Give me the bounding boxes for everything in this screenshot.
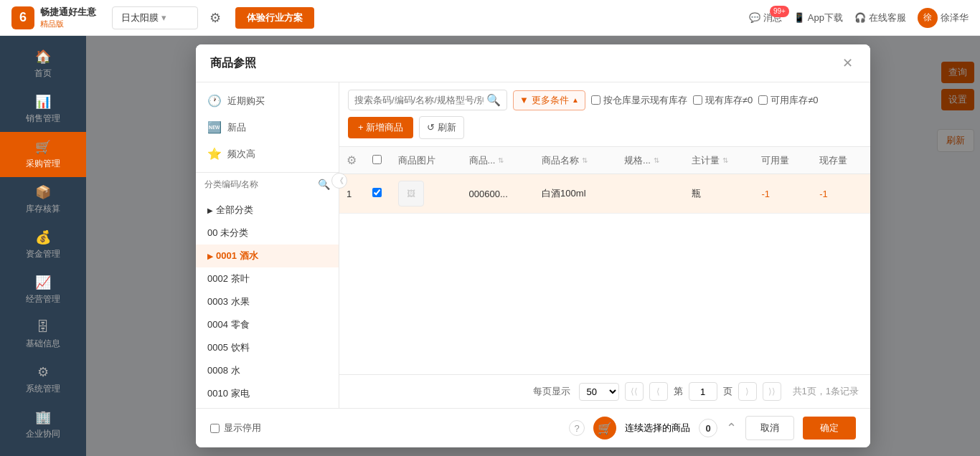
category-list: ▶ 全部分类 00 未分类 ▶ 0001 酒水 0002 茶: [196, 196, 339, 408]
product-search-wrap: 🔍: [348, 90, 507, 110]
confirm-button[interactable]: 确定: [803, 417, 856, 440]
stock-nonzero-checkbox[interactable]: [693, 95, 702, 105]
category-0010[interactable]: 0010 家电: [196, 382, 339, 405]
message-badge: 99+: [770, 6, 789, 17]
page-size-select[interactable]: 20 50 100: [579, 383, 619, 401]
tab-new[interactable]: 🆕 新品: [196, 115, 339, 140]
more-filter-button[interactable]: ▼ 更多条件 ▲: [513, 90, 585, 110]
show-disabled-checkbox[interactable]: [210, 424, 220, 433]
col-image-label: 商品图片: [398, 155, 435, 166]
panel-collapse-button[interactable]: 《: [331, 173, 347, 189]
sort-icon-name[interactable]: ⇅: [582, 156, 588, 164]
col-spec: 规格... ⇅: [617, 147, 684, 174]
store-selector[interactable]: 日太阳膜 ▾: [112, 6, 198, 29]
user-area[interactable]: 徐 徐泽华: [918, 8, 969, 28]
store-name: 日太阳膜: [121, 11, 159, 24]
finance-icon: 💰: [35, 229, 51, 245]
category-0004[interactable]: 0004 零食: [196, 313, 339, 336]
tab-frequent-label: 频次高: [227, 148, 255, 161]
online-service-button[interactable]: 🎧 在线客服: [854, 11, 906, 24]
sidebar-item-enterprise[interactable]: 🏢 企业协同: [0, 402, 86, 447]
refresh-button[interactable]: ↺ 刷新: [419, 116, 464, 139]
sidebar-label-sales: 销售管理: [26, 113, 60, 125]
cart-label: 连续选择的商品: [625, 422, 690, 434]
stock-nonzero-checkbox-group: 现有库存≠0: [693, 94, 753, 107]
product-reference-modal: 商品参照 ✕ 🕐 近期购买 🆕: [196, 44, 870, 447]
row-checkbox[interactable]: [372, 188, 382, 197]
sidebar-item-home[interactable]: 🏠 首页: [0, 42, 86, 87]
category-all[interactable]: ▶ 全部分类: [196, 199, 339, 222]
app-download-label: App下载: [808, 11, 843, 24]
tab-frequent[interactable]: ⭐ 频次高: [196, 141, 339, 166]
table-body: 1 🖼: [339, 174, 870, 214]
category-search-input[interactable]: [204, 179, 315, 189]
gear-icon[interactable]: ⚙: [204, 6, 227, 29]
select-all-checkbox[interactable]: [372, 155, 382, 164]
product-toolbar: 🔍 ▼ 更多条件 ▲ 按仓库显示现有库存: [339, 82, 870, 147]
message-icon: 💬: [749, 12, 760, 23]
add-product-button[interactable]: + 新增商品: [348, 117, 413, 138]
cell-spec: [617, 174, 684, 214]
product-search-input[interactable]: [354, 95, 484, 105]
cart-icon: 🛒: [593, 417, 616, 440]
sort-icon-spec[interactable]: ⇅: [654, 156, 659, 164]
category-search: 🔍: [196, 173, 339, 196]
col-stock: 现存量: [812, 147, 870, 174]
help-icon[interactable]: ?: [569, 420, 585, 436]
tab-recent[interactable]: 🕐 近期购买: [196, 88, 339, 113]
basic-icon: 🗄: [37, 320, 50, 335]
page-number-input[interactable]: 1: [689, 382, 717, 401]
tab-new-label: 新品: [227, 121, 246, 134]
sidebar-item-sales[interactable]: 📊 销售管理: [0, 87, 86, 132]
sidebar-label-business: 经营管理: [26, 293, 60, 305]
image-placeholder-icon: 🖼: [407, 189, 415, 199]
col-settings: ⚙: [339, 147, 365, 174]
category-0008[interactable]: 0008 水: [196, 359, 339, 382]
nav-right: 💬 消息 99+ 📱 App下载 🎧 在线客服 徐 徐泽华: [749, 8, 969, 28]
cancel-button[interactable]: 取消: [745, 416, 794, 440]
category-0002[interactable]: 0002 茶叶: [196, 267, 339, 290]
available-nonzero-checkbox[interactable]: [758, 95, 768, 105]
show-stock-checkbox[interactable]: [591, 95, 600, 105]
sidebar-item-basic[interactable]: 🗄 基础信息: [0, 313, 86, 357]
category-0001[interactable]: ▶ 0001 酒水: [196, 244, 339, 267]
col-available: 可用量: [754, 147, 812, 174]
cell-name: 白酒100ml: [534, 174, 617, 214]
sidebar-item-business[interactable]: 📈 经营管理: [0, 267, 86, 313]
cell-unit: 瓶: [684, 174, 754, 214]
sidebar: 🏠 首页 📊 销售管理 🛒 采购管理 📦 库存核算 💰 资金管理 📈 经营管理 …: [0, 36, 86, 456]
category-0003[interactable]: 0003 水果: [196, 290, 339, 313]
messages-button[interactable]: 💬 消息 99+: [749, 11, 782, 24]
sidebar-item-inventory[interactable]: 📦 库存核算: [0, 177, 86, 222]
app-download-button[interactable]: 📱 App下载: [793, 11, 843, 24]
last-page-button[interactable]: ⟩⟩: [763, 382, 781, 401]
first-page-button[interactable]: ⟨⟨: [625, 382, 644, 401]
table-row[interactable]: 1 🖼: [339, 174, 870, 214]
chevron-down-icon: ▾: [161, 12, 166, 23]
prev-page-button[interactable]: ⟨: [649, 382, 668, 401]
sidebar-item-finance[interactable]: 💰 资金管理: [0, 222, 86, 267]
next-page-button[interactable]: ⟩: [738, 382, 757, 401]
left-tabs: 🕐 近期购买 🆕 新品 ⭐ 频次高: [196, 82, 339, 173]
avatar: 徐: [918, 8, 938, 28]
sidebar-item-system[interactable]: ⚙ 系统管理: [0, 357, 86, 402]
sort-icon-unit[interactable]: ⇅: [722, 156, 728, 164]
cell-checkbox: [365, 174, 391, 214]
category-00[interactable]: 00 未分类: [196, 222, 339, 244]
trial-button[interactable]: 体验行业方案: [235, 7, 314, 29]
modal-close-button[interactable]: ✕: [839, 54, 856, 72]
stock-nonzero-label: 现有库存≠0: [705, 94, 753, 107]
headset-icon: 🎧: [854, 12, 866, 23]
category-0005[interactable]: 0005 饮料: [196, 336, 339, 359]
sidebar-item-purchase[interactable]: 🛒 采购管理: [0, 132, 86, 177]
sidebar-item-guide[interactable]: 📖 新手引导: [0, 447, 86, 456]
logo-text: 畅捷通好生意 精品版: [40, 6, 96, 29]
modal-footer: 显示停用 ? 🛒 连续选择的商品 0 ⌃ 取消 确定: [196, 408, 870, 447]
product-search-icon[interactable]: 🔍: [486, 93, 501, 107]
cart-collapse-icon[interactable]: ⌃: [726, 420, 737, 436]
table-settings-icon[interactable]: ⚙: [347, 154, 357, 166]
sort-icon-code[interactable]: ⇅: [498, 156, 504, 164]
category-search-icon[interactable]: 🔍: [318, 179, 330, 190]
col-checkbox: [365, 147, 391, 174]
filter-icon: ▼: [519, 95, 529, 105]
